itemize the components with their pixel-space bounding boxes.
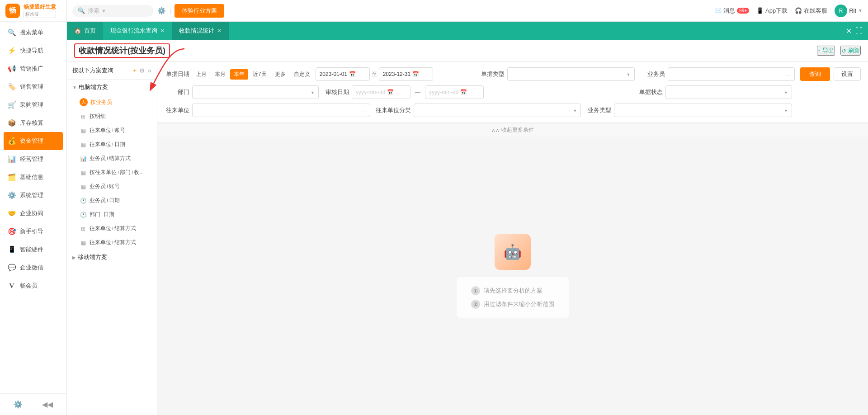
header-search[interactable]: 🔍 搜索 ▼ [72, 5, 154, 17]
sidebar-item-enterprise[interactable]: 🤝 企业协同 [0, 204, 66, 222]
salesperson-more-btn[interactable]: ... [787, 71, 791, 77]
counterpart-category-arrow [573, 108, 577, 113]
scheme-item-unit-settlement1[interactable]: ⊞ 往来单位+结算方式 [67, 222, 157, 236]
filter-review-date-item: 审核日期 yyyy-mm-dd 📅 — yyyy-mm-dd 📅 [324, 85, 632, 99]
export-icon: ↑ [818, 47, 821, 54]
message-badge: 99+ [737, 8, 749, 14]
scheme-item-salesperson-account[interactable]: ▦ 业务员+账号 [67, 179, 157, 193]
logo-text: 畅捷通好生意 标准版 [24, 3, 56, 18]
sidebar-item-sales[interactable]: 🏷️ 销售管理 [0, 78, 66, 96]
sidebar-item-weixin[interactable]: 💬 企业微信 [0, 259, 66, 277]
scheme-item-unit-dept-receipt[interactable]: ▦ 按往来单位+部门+收... [67, 165, 157, 179]
sidebar-item-marketing[interactable]: 📢 营销推广 [0, 60, 66, 78]
sidebar-item-guide[interactable]: 🎯 新手引导 [0, 222, 66, 241]
scheme-add-btn[interactable]: + [133, 67, 137, 74]
page-header-actions: ↑ 导出 ↺ 刷新 [817, 46, 861, 56]
tab-close-all-btn[interactable]: ✕ [846, 27, 852, 35]
counterpart-select[interactable]: ... [192, 104, 370, 117]
scheme-item-salesperson-date[interactable]: 🕐 业务员+日期 [67, 193, 157, 208]
tab-bar: 🏠 首页 现金银行流水查询 ✕ 收款情况统计 ✕ ✕ ⛶ [67, 22, 868, 40]
sidebar-item-system[interactable]: ⚙️ 系统管理 [0, 186, 66, 204]
refresh-icon: ↺ [841, 47, 846, 54]
content-body: 按以下方案查询 + ⚙ « ▼ 电脑端方案 人 按业务员 [67, 62, 868, 415]
sidebar-item-finance[interactable]: 💰 资金管理 [4, 132, 63, 150]
filter-date-item: 单据日期 上月 本月 本年 近7天 更多 自定义 2023- [165, 67, 474, 81]
scheme-item-unit-date[interactable]: ▦ 往来单位+日期 [67, 137, 157, 151]
tab-expand-btn[interactable]: ⛶ [855, 27, 863, 35]
home-icon: 🏠 [74, 28, 81, 34]
search-icon: 🔍 [78, 7, 85, 14]
app-download-btn[interactable]: 📱 App下载 [756, 7, 788, 15]
sidebar: 畅 畅捷通好生意 标准版 🔍 搜索菜单 ⚡ 快捷导航 📢 营销推广 🏷️ 销售管… [0, 0, 67, 415]
page-header: 收款情况统计(按业务员) ↑ 导出 ↺ 刷新 [67, 40, 868, 62]
scheme-item-unit-account[interactable]: ▦ 往来单位+账号 [67, 123, 157, 137]
sidebar-item-quicknav[interactable]: ⚡ 快捷导航 [0, 42, 66, 60]
scheme-settings-btn[interactable]: ⚙ [139, 67, 145, 74]
sidebar-item-search[interactable]: 🔍 搜索菜单 [0, 24, 66, 42]
date-btn-last-month[interactable]: 上月 [192, 69, 210, 80]
message-icon: ✉️ [714, 7, 722, 14]
date-btn-custom[interactable]: 自定义 [290, 69, 314, 80]
sidebar-item-purchase[interactable]: 🛒 采购管理 [0, 96, 66, 114]
message-btn[interactable]: ✉️ 消息 99+ [714, 7, 749, 15]
counterpart-category-label: 往来单位分类 [376, 106, 411, 114]
tab-cashflow-close[interactable]: ✕ [160, 28, 165, 34]
enterprise-icon: 🤝 [7, 209, 16, 218]
desktop-group-arrow: ▼ [72, 85, 77, 90]
review-to-input[interactable]: yyyy-mm-dd 📅 [425, 85, 484, 99]
query-btn[interactable]: 查询 [800, 67, 830, 81]
scheme-item-dept-date[interactable]: 🕐 部门+日期 [67, 208, 157, 222]
sidebar-item-basic[interactable]: 🗂️ 基础信息 [0, 168, 66, 186]
tab-cashflow[interactable]: 现金银行流水查询 ✕ [103, 22, 172, 40]
date-to-input[interactable]: 2023-12-31 📅 [379, 67, 433, 81]
hint-num-2: ② [471, 300, 480, 309]
sales-icon: 🏷️ [7, 82, 16, 91]
user-area[interactable]: R Rit ▼ [835, 5, 863, 17]
date-btn-more[interactable]: 更多 [271, 69, 289, 80]
date-btn-this-month[interactable]: 本月 [211, 69, 229, 80]
filter-dept-item: 部门 [165, 85, 319, 99]
sidebar-item-operations[interactable]: 📊 经营管理 [0, 150, 66, 168]
review-from-input[interactable]: yyyy-mm-dd 📅 [352, 85, 410, 99]
solution-btn[interactable]: 体验行业方案 [175, 4, 224, 18]
tab-receipt[interactable]: 收款情况统计 ✕ [172, 22, 229, 40]
date-btn-this-year[interactable]: 本年 [230, 69, 248, 80]
scheme-actions: + ⚙ « [133, 67, 151, 74]
header-gear-icon[interactable]: ⚙️ [157, 7, 166, 15]
salesperson-select[interactable]: ... [668, 67, 795, 81]
scheme-group-mobile-header[interactable]: ▶ 移动端方案 [67, 250, 157, 265]
date-btn-7days[interactable]: 近7天 [249, 69, 270, 80]
scheme-item-by-salesperson[interactable]: 人 按业务员 [67, 95, 157, 109]
collapse-icon: ∧∧ [491, 127, 500, 133]
sidebar-collapse-btn[interactable]: ◀◀ [42, 400, 53, 409]
weixin-icon: 💬 [7, 263, 16, 272]
collapse-row[interactable]: ∧∧ 收起更多条件 [157, 123, 868, 137]
export-btn[interactable]: ↑ 导出 [817, 46, 835, 56]
doctype-select[interactable] [507, 67, 635, 81]
scheme-item-salesperson-settlement[interactable]: 📊 业务员+结算方式 [67, 151, 157, 165]
scheme-collapse-btn[interactable]: « [148, 67, 151, 74]
scheme-group-desktop-header[interactable]: ▼ 电脑端方案 [67, 80, 157, 95]
empty-hint-2: ② 用过滤条件来缩小分析范围 [471, 300, 554, 309]
vip-icon: V [7, 281, 16, 290]
counterpart-category-select[interactable] [414, 104, 581, 117]
sidebar-settings-btn[interactable]: ⚙️ [14, 400, 23, 409]
scheme-item-by-detail[interactable]: ⊞ 按明细 [67, 109, 157, 123]
sidebar-item-vip[interactable]: V 畅会员 [0, 277, 66, 295]
settings-btn[interactable]: 设置 [834, 67, 861, 81]
sidebar-item-hardware[interactable]: 📱 智能硬件 [0, 241, 66, 259]
docstatus-select[interactable] [665, 85, 792, 99]
scheme-item-unit-settlement2[interactable]: ▦ 往来单位+结算方式 [67, 236, 157, 250]
counterpart-more-btn[interactable]: ... [362, 108, 366, 113]
service-icon: 🎧 [795, 7, 802, 14]
sidebar-item-inventory[interactable]: 📦 库存核算 [0, 114, 66, 132]
online-service-btn[interactable]: 🎧 在线客服 [795, 7, 827, 15]
refresh-btn[interactable]: ↺ 刷新 [840, 46, 861, 56]
tab-home[interactable]: 🏠 首页 [67, 22, 103, 40]
calendar-icon4: 📅 [460, 89, 467, 95]
tab-receipt-close[interactable]: ✕ [217, 28, 222, 34]
dept-select[interactable] [192, 85, 319, 99]
business-type-select[interactable] [614, 104, 792, 117]
date-from-input[interactable]: 2023-01-01 📅 [316, 67, 370, 81]
filter-row-2: 部门 审核日期 yyyy-mm-dd 📅 — [165, 85, 861, 99]
